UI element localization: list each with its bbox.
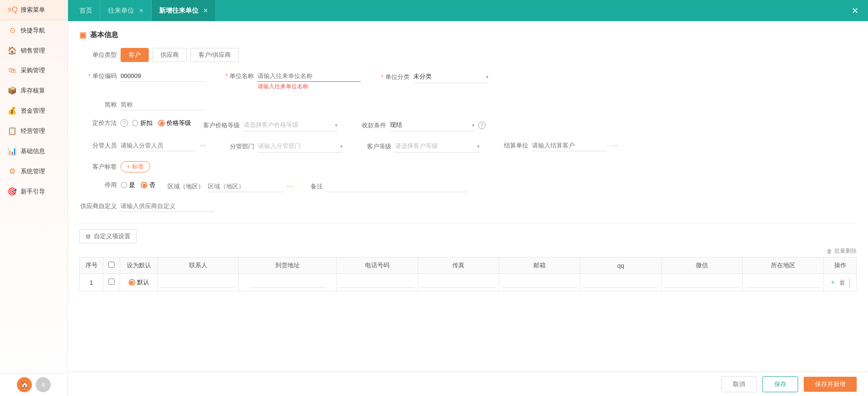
td-email bbox=[499, 274, 580, 291]
payment-terms-value: 现结 bbox=[390, 121, 402, 129]
customer-tag-label: 客户标签 bbox=[79, 163, 117, 171]
tab-home[interactable]: 首页 bbox=[72, 0, 100, 21]
unit-code-field: 单位编码 bbox=[79, 70, 205, 82]
dept-placeholder: 请输入分管部门 bbox=[258, 142, 301, 150]
abbr-input[interactable] bbox=[121, 99, 205, 110]
bottom-bar: 取消 保存 保存并新增 bbox=[68, 372, 868, 396]
row-checkbox[interactable] bbox=[108, 279, 114, 285]
pricing-radio-discount[interactable]: 折扣 bbox=[132, 119, 152, 127]
sidebar-item-guide[interactable]: 🎯 新手引导 bbox=[0, 181, 68, 202]
sidebar-item-system[interactable]: ⚙ 系统管理 bbox=[0, 161, 68, 181]
pricing-help-icon[interactable]: ? bbox=[121, 119, 128, 127]
default-radio[interactable]: 默认 bbox=[123, 278, 154, 287]
sidebar-bottom-btn2[interactable]: ≡ bbox=[36, 377, 51, 392]
disable-label: 停用 bbox=[79, 181, 117, 189]
row-delete-icon[interactable]: 🗑 bbox=[839, 279, 845, 286]
section-title: 基本信息 bbox=[90, 31, 118, 39]
manager-input[interactable] bbox=[121, 140, 196, 151]
sidebar-item-finance[interactable]: 💰 资金管理 bbox=[0, 101, 68, 121]
btn-supplier[interactable]: 供应商 bbox=[152, 48, 187, 62]
finance-icon: 💰 bbox=[8, 106, 17, 115]
bottom-spacer bbox=[79, 291, 857, 319]
pricing-radio-level[interactable]: 价格等级 bbox=[158, 119, 191, 127]
manager-more-icon[interactable]: ··· bbox=[199, 141, 206, 150]
custom-settings-btn[interactable]: ⚙ 自定义项设置 bbox=[79, 229, 137, 243]
divider bbox=[79, 223, 857, 224]
save-button[interactable]: 保存 bbox=[762, 376, 798, 392]
tab-new-partner-close[interactable]: ✕ bbox=[203, 8, 208, 14]
customer-level-label: 客户等级 bbox=[354, 142, 391, 151]
contact-table: 序号 设为默认 联系人 到货地址 电话号码 传真 邮箱 qq 微信 所在地区 bbox=[79, 257, 857, 291]
unit-code-input[interactable] bbox=[121, 70, 205, 82]
region-more-icon[interactable]: ··· bbox=[287, 182, 293, 191]
sidebar-item-operations[interactable]: 📋 经营管理 bbox=[0, 121, 68, 141]
fax-input[interactable] bbox=[421, 277, 496, 288]
table-header: 序号 设为默认 联系人 到货地址 电话号码 传真 邮箱 qq 微信 所在地区 bbox=[80, 257, 857, 274]
cancel-button[interactable]: 取消 bbox=[721, 376, 757, 392]
sidebar-item-purchase[interactable]: 🛍 采购管理 bbox=[0, 61, 68, 80]
purchase-icon: 🛍 bbox=[8, 66, 17, 75]
default-radio-circle bbox=[129, 279, 135, 286]
row-ops: ＋ 🗑 | bbox=[827, 277, 853, 288]
customer-price-level-select[interactable]: 请选择客户价格等级 ▾ bbox=[244, 119, 337, 132]
tag-add-btn[interactable]: + 标签 bbox=[121, 161, 150, 172]
sidebar-item-search[interactable]: ≡Q 搜索菜单 bbox=[0, 0, 68, 20]
th-wechat: 微信 bbox=[662, 257, 743, 274]
disable-radio-yes-label: 是 bbox=[129, 181, 135, 189]
disable-radio-no-circle bbox=[141, 182, 147, 188]
sidebar-bottom-btn1[interactable]: 🏠 bbox=[17, 377, 32, 392]
remark-input[interactable] bbox=[327, 181, 467, 192]
sidebar-item-quick-nav[interactable]: ⊙ 快捷导航 bbox=[0, 20, 68, 40]
row-add-icon[interactable]: ＋ bbox=[830, 278, 836, 287]
td-wechat bbox=[662, 274, 743, 291]
tab-new-partner[interactable]: 新增往来单位 ✕ bbox=[152, 0, 216, 21]
btn-customer[interactable]: 客户 bbox=[121, 48, 149, 62]
dept-select[interactable]: 请输入分管部门 ▾ bbox=[258, 140, 343, 153]
window-close-icon[interactable]: ✕ bbox=[846, 6, 864, 16]
batch-delete-btn[interactable]: 🗑 批量删除 bbox=[827, 247, 857, 255]
table-wrap: 🗑 批量删除 序号 设为默认 联系人 到货地址 电话号码 传真 bbox=[79, 247, 857, 291]
sidebar-item-sales[interactable]: 🏠 销售管理 bbox=[0, 40, 68, 61]
wechat-input[interactable] bbox=[664, 277, 739, 288]
section-icon: ▣ bbox=[79, 31, 86, 39]
type-btn-group: 客户 供应商 客户/供应商 bbox=[121, 48, 239, 62]
unit-name-input[interactable] bbox=[258, 70, 361, 82]
customer-level-select[interactable]: 请选择客户等级 ▾ bbox=[395, 140, 480, 153]
settlement-unit-input[interactable] bbox=[532, 140, 607, 151]
section-header: ▣ 基本信息 bbox=[79, 31, 857, 39]
disable-radio-yes[interactable]: 是 bbox=[121, 181, 135, 189]
settlement-unit-more-icon[interactable]: ··· bbox=[611, 141, 617, 150]
qq-input[interactable] bbox=[583, 277, 658, 288]
system-icon: ⚙ bbox=[8, 167, 17, 176]
unit-category-select[interactable]: 未分类 ▾ bbox=[413, 70, 488, 83]
td-ops: ＋ 🗑 | bbox=[824, 274, 857, 291]
email-input[interactable] bbox=[502, 277, 577, 288]
unit-code-label: 单位编码 bbox=[79, 72, 117, 80]
disable-radio-no[interactable]: 否 bbox=[141, 181, 155, 189]
abbr-label: 简称 bbox=[79, 101, 117, 109]
tab-partner-close[interactable]: ✕ bbox=[139, 8, 144, 14]
sidebar-item-inventory[interactable]: 📦 库存核算 bbox=[0, 80, 68, 101]
tab-partner[interactable]: 往来单位 ✕ bbox=[100, 0, 152, 21]
th-ops: 操作 bbox=[824, 257, 857, 274]
supplier-custom-input[interactable] bbox=[121, 201, 214, 212]
btn-both[interactable]: 客户/供应商 bbox=[190, 48, 239, 62]
th-checkbox[interactable] bbox=[108, 262, 114, 268]
phone-input[interactable] bbox=[340, 277, 415, 288]
th-num: 序号 bbox=[80, 257, 103, 274]
save-new-button[interactable]: 保存并新增 bbox=[804, 377, 857, 392]
payment-terms-select[interactable]: 现结 ▾ bbox=[390, 119, 474, 132]
region-table-input[interactable] bbox=[746, 277, 821, 288]
manager-row: 分管人员 ··· 分管部门 请输入分管部门 ▾ 客户等级 请选择客户等级 ▾ bbox=[79, 140, 857, 153]
contact-input[interactable] bbox=[160, 277, 236, 288]
payment-terms-help-icon[interactable]: ? bbox=[478, 122, 486, 129]
td-phone bbox=[337, 274, 418, 291]
supplier-custom-field: 供应商自定义 bbox=[79, 201, 214, 212]
sidebar-item-sales-label: 销售管理 bbox=[21, 47, 45, 55]
sidebar-item-basic[interactable]: 📊 基础信息 bbox=[0, 141, 68, 161]
dept-chevron: ▾ bbox=[340, 144, 343, 149]
addr-input[interactable] bbox=[250, 277, 325, 288]
table-row: 1 默认 bbox=[80, 274, 857, 291]
custom-settings-row: ⚙ 自定义项设置 bbox=[79, 229, 857, 243]
region-input[interactable] bbox=[208, 181, 283, 192]
